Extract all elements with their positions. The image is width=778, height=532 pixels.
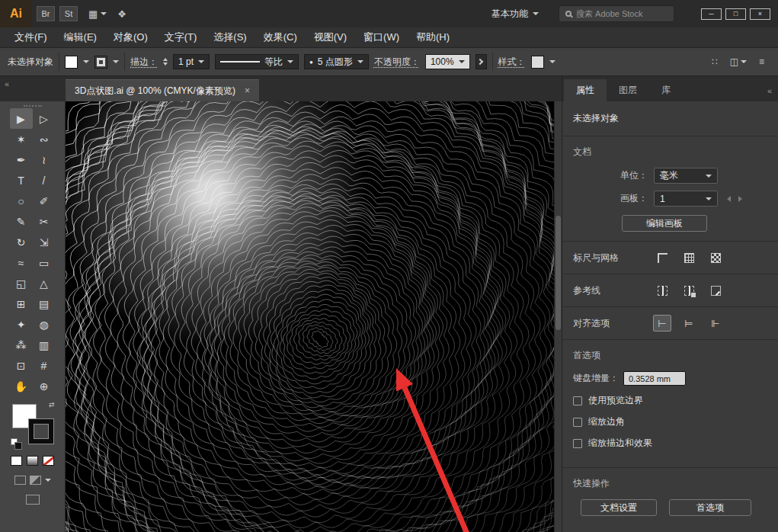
touch-workspace-button[interactable]: ❖ (117, 8, 126, 20)
document-setup-button[interactable]: 文档设置 (581, 499, 657, 516)
opacity-dropdown[interactable]: 100% (425, 54, 470, 69)
width-profile-dropdown[interactable]: 等比 (215, 54, 299, 69)
checkbox-box[interactable] (573, 418, 582, 427)
draw-behind-icon[interactable] (30, 476, 41, 485)
show-rulers-button[interactable] (653, 249, 671, 266)
artwork-canvas[interactable] (66, 101, 562, 532)
workspace-switcher[interactable]: 基本功能 (491, 8, 539, 21)
menu-item[interactable]: 效果(C) (255, 30, 306, 44)
stroke-weight-dropdown[interactable]: 1 pt (173, 54, 210, 69)
zoom-tool[interactable]: ⊕ (33, 376, 56, 396)
menu-item[interactable]: 视图(V) (306, 30, 355, 44)
scrollbar-thumb[interactable] (555, 216, 561, 330)
artboard-dropdown[interactable]: 1 (654, 191, 718, 207)
snap-to-grid-icon[interactable]: ⊨ (680, 315, 698, 332)
checkbox-box[interactable] (573, 396, 582, 405)
perspective-grid-tool[interactable]: △ (33, 273, 56, 293)
color-button[interactable] (11, 456, 22, 466)
fill-color-swatch[interactable] (65, 56, 78, 69)
slice-tool[interactable]: # (33, 355, 56, 376)
preference-checkbox[interactable]: 使用预览边界 (573, 394, 767, 407)
step-up-icon[interactable] (163, 58, 168, 61)
menu-item[interactable]: 选择(S) (205, 30, 255, 44)
style-swatch[interactable] (531, 56, 544, 69)
rotate-tool[interactable]: ↻ (10, 232, 33, 252)
gradient-button[interactable] (27, 456, 38, 466)
width-tool[interactable]: ≈ (10, 252, 33, 273)
close-tab-icon[interactable]: × (245, 85, 250, 96)
show-guides-button[interactable] (653, 282, 671, 299)
menu-item[interactable]: 窗口(W) (355, 30, 408, 44)
snap-to-point-icon[interactable]: ⊩ (706, 315, 725, 332)
preference-checkbox[interactable]: 缩放描边和效果 (573, 437, 767, 450)
ellipse-tool[interactable]: ○ (10, 191, 33, 211)
chevron-down-icon[interactable] (83, 60, 89, 63)
show-grid-button[interactable] (680, 249, 698, 266)
default-fill-stroke-icon[interactable] (11, 438, 18, 445)
dock-options-button[interactable]: ◫ (730, 56, 747, 67)
shape-builder-tool[interactable]: ◱ (10, 273, 33, 293)
panel-tab[interactable]: 图层 (607, 79, 649, 101)
unit-dropdown[interactable]: 毫米 (654, 168, 718, 184)
type-tool[interactable]: T (10, 170, 33, 191)
brush-dropdown[interactable]: ● 5 点圆形 (304, 54, 369, 69)
column-graph-tool[interactable]: ▥ (33, 335, 56, 355)
collapse-tools-icon[interactable]: « (5, 79, 9, 88)
stock-search-box[interactable] (559, 5, 674, 22)
smart-guides-button[interactable] (706, 282, 725, 299)
chevron-down-icon[interactable] (113, 60, 119, 63)
scale-tool[interactable]: ⇲ (33, 232, 56, 252)
stroke-weight-label[interactable]: 描边： (130, 56, 158, 69)
menu-item[interactable]: 编辑(E) (56, 30, 105, 44)
opacity-options-button[interactable] (475, 54, 487, 69)
next-artboard-icon[interactable] (738, 196, 742, 202)
snap-to-pixel-icon[interactable]: ⊢ (653, 315, 671, 332)
curvature-tool[interactable]: ≀ (33, 149, 56, 170)
blend-tool[interactable]: ◍ (33, 314, 56, 335)
bridge-button[interactable]: Br (37, 6, 55, 21)
scissors-tool[interactable]: ✂ (33, 211, 56, 232)
keyboard-increment-field[interactable]: 0.3528 mm (623, 371, 686, 386)
stroke-swatch[interactable] (29, 419, 53, 444)
stock-button[interactable]: St (59, 6, 78, 21)
checkbox-box[interactable] (573, 439, 582, 448)
vertical-scrollbar[interactable] (554, 101, 562, 532)
menu-item[interactable]: 帮助(H) (408, 30, 458, 44)
menu-item[interactable]: 对象(O) (105, 30, 156, 44)
menu-item[interactable]: 文字(T) (156, 30, 206, 44)
search-input[interactable] (576, 9, 668, 18)
select-similar-icon[interactable]: ∷ (712, 56, 718, 67)
hand-tool[interactable]: ✋ (10, 376, 33, 396)
lasso-tool[interactable]: ∾ (33, 129, 56, 149)
selection-tool[interactable]: ▶ (10, 108, 33, 129)
opacity-label[interactable]: 不透明度： (374, 56, 420, 69)
eyedropper-tool[interactable]: ✦ (10, 314, 33, 335)
close-button[interactable]: × (750, 8, 770, 20)
none-button[interactable] (43, 456, 54, 466)
pen-tool[interactable]: ✒ (10, 149, 33, 170)
step-down-icon[interactable] (163, 62, 168, 66)
arrange-documents-button[interactable]: ▦ (88, 8, 107, 20)
panel-grip[interactable] (24, 105, 42, 107)
paintbrush-tool[interactable]: ✐ (33, 191, 56, 211)
previous-artboard-icon[interactable] (727, 196, 731, 202)
preference-checkbox[interactable]: 缩放边角 (573, 415, 767, 428)
stroke-weight-stepper[interactable] (163, 58, 168, 66)
lock-guides-button[interactable] (680, 282, 698, 299)
chevron-down-icon[interactable] (45, 479, 51, 482)
swap-fill-stroke-icon[interactable]: ⇄ (49, 401, 55, 409)
edit-artboards-button[interactable]: 编辑画板 (622, 215, 707, 232)
screen-mode-button[interactable] (26, 495, 40, 505)
panel-menu-icon[interactable]: ≡ (759, 56, 764, 67)
chevron-down-icon[interactable] (549, 60, 555, 63)
artboard-tool[interactable]: ⊡ (10, 355, 33, 376)
minimize-button[interactable]: ─ (701, 8, 722, 20)
panel-tab[interactable]: 库 (649, 79, 683, 101)
symbol-sprayer-tool[interactable]: ⁂ (10, 335, 33, 355)
transparency-grid-button[interactable] (706, 249, 725, 266)
line-segment-tool[interactable]: / (33, 170, 56, 191)
free-transform-tool[interactable]: ▭ (33, 252, 56, 273)
collapse-panel-icon[interactable]: « (767, 86, 778, 101)
preferences-button[interactable]: 首选项 (669, 499, 751, 516)
mesh-tool[interactable]: ⊞ (10, 293, 33, 314)
